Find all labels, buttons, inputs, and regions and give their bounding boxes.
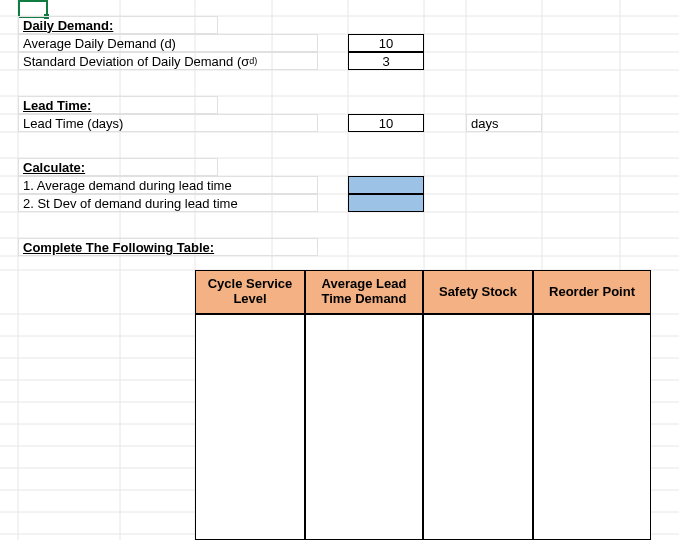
input-calc-item-2[interactable] xyxy=(348,194,424,212)
table-header-cycle-service-level: Cycle Service Level xyxy=(195,270,305,314)
label-lead-time-unit: days xyxy=(466,114,542,132)
table-header-safety-stock: Safety Stock xyxy=(423,270,533,314)
label-std-dev-text: Standard Deviation of Daily Demand (σ xyxy=(23,54,249,69)
table-col-2-body[interactable] xyxy=(305,314,423,540)
heading-calculate: Calculate: xyxy=(18,158,218,176)
input-avg-daily-demand[interactable]: 10 xyxy=(348,34,424,52)
label-std-dev-daily-demand: Standard Deviation of Daily Demand (σd) xyxy=(18,52,318,70)
label-std-dev-sub: d) xyxy=(249,56,257,66)
spreadsheet-grid: // generated below after data rows Daily… xyxy=(0,0,679,540)
table-header-reorder-point: Reorder Point xyxy=(533,270,651,314)
table-col-3-body[interactable] xyxy=(423,314,533,540)
label-lead-time: Lead Time (days) xyxy=(18,114,318,132)
heading-lead-time: Lead Time: xyxy=(18,96,218,114)
heading-complete-table: Complete The Following Table: xyxy=(18,238,318,256)
table-col-4-body[interactable] xyxy=(533,314,651,540)
label-calc-item-1: 1. Average demand during lead time xyxy=(18,176,318,194)
label-calc-item-2: 2. St Dev of demand during lead time xyxy=(18,194,318,212)
input-lead-time[interactable]: 10 xyxy=(348,114,424,132)
heading-daily-demand: Daily Demand: xyxy=(18,16,218,34)
input-calc-item-1[interactable] xyxy=(348,176,424,194)
label-avg-daily-demand: Average Daily Demand (d) xyxy=(18,34,318,52)
input-std-dev-daily-demand[interactable]: 3 xyxy=(348,52,424,70)
table-header-avg-lead-time-demand: Average Lead Time Demand xyxy=(305,270,423,314)
table-col-1-body[interactable] xyxy=(195,314,305,540)
